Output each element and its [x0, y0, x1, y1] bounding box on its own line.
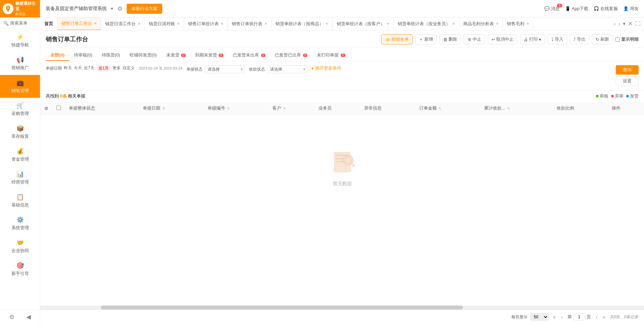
sidebar-search[interactable]: 🔍 搜索菜单 [0, 17, 40, 29]
tab-close-icon[interactable]: ✕ [94, 22, 97, 25]
tab-sales-order-execute[interactable]: 销售订单执行表 ✕ [228, 17, 271, 30]
sidebar-item-system[interactable]: ⚙️ 系统管理 [0, 212, 40, 235]
sidebar-item-finance[interactable]: 💰 资金管理 [0, 144, 40, 166]
sub-tab-not-shipped[interactable]: 未发货 0 [162, 50, 190, 61]
horizontal-scrollbar[interactable] [40, 306, 644, 310]
print-btn[interactable]: 🖨 打印 ▾ [520, 34, 545, 44]
sub-tab-shipped-out[interactable]: 已发货已出库 0 [270, 50, 312, 61]
tab-close-icon[interactable]: ✕ [221, 22, 223, 26]
topbar-settings-icon[interactable]: ⚙ [117, 5, 123, 12]
sub-tab-overdue-not-shipped[interactable]: 到期未发货 0 [190, 50, 228, 61]
sub-tab-all[interactable]: 全部(0) [46, 50, 69, 61]
date-opt-today[interactable]: 今天 [74, 65, 82, 72]
select-all-checkbox[interactable] [56, 106, 61, 110]
staff-col-header[interactable]: 业务员 [314, 102, 360, 115]
sidebar-item-basic[interactable]: 📋 基础信息 [0, 189, 40, 212]
solution-btn[interactable]: 体验行业方案 [127, 4, 162, 14]
tab-scroll-right-icon[interactable]: › [618, 21, 621, 27]
status-col-header[interactable]: 单据整体状态 [65, 102, 139, 115]
amount-col-header[interactable]: 订单金额 ⇅ [415, 102, 480, 115]
tab-close-all-icon[interactable]: ✕ [628, 21, 633, 27]
tab-close-icon[interactable]: ✕ [138, 22, 140, 26]
tab-cash-daily-clear[interactable]: 钱货日清工作台 ✕ [101, 17, 145, 30]
tab-close-icon[interactable]: ✕ [452, 22, 455, 26]
sidebar-item-sales[interactable]: 💼 销售管理 [0, 75, 40, 98]
user-avatar-btn[interactable]: 👤 用友 [623, 6, 639, 12]
page-first-icon[interactable]: « [551, 314, 558, 320]
sidebar-item-purchase[interactable]: 🛒 采购管理 [0, 98, 40, 121]
date-opt-custom[interactable]: 自定义 [123, 65, 135, 72]
tab-close-icon[interactable]: ✕ [177, 22, 180, 26]
tab-close-icon[interactable]: ✕ [526, 22, 529, 26]
date-opt-7days[interactable]: 近7天 [84, 65, 94, 72]
tab-cash-goods-reconcile[interactable]: 钱货日清对账 ✕ [145, 17, 184, 30]
tab-home[interactable]: 首页 [40, 17, 57, 30]
sidebar-item-quick-nav[interactable]: ⚡ 快捷导航 [0, 29, 40, 52]
tab-sales-gross[interactable]: 销售毛利 ✕ [503, 17, 533, 30]
filter-settings-btn[interactable]: 设置 [616, 76, 639, 86]
print-icon: 🖨 [524, 37, 528, 42]
sidebar-item-business[interactable]: 📊 经营管理 [0, 166, 40, 189]
payment-select[interactable]: 请选择 [267, 65, 307, 73]
customer-col-header[interactable]: 客户 ⇅ [268, 102, 314, 115]
date-opt-more[interactable]: 更多 [113, 65, 121, 72]
add-btn[interactable]: ＋ 新增 [415, 34, 437, 44]
page-number-input[interactable] [573, 314, 585, 320]
sub-tab-pending-review[interactable]: 待审核(0) [69, 50, 97, 61]
tab-sales-stats-product[interactable]: 销货单统计表（按商品） ✕ [271, 17, 333, 30]
sub-tab-wangpu-pending[interactable]: 旺铺待发货(0) [125, 50, 162, 61]
cancel-pause-btn[interactable]: ↩ 取消中止 [488, 34, 517, 44]
settings-icon[interactable]: ⚙ [9, 313, 14, 321]
expand-btn[interactable]: ▾ 展开更多条件 [311, 65, 341, 71]
tab-sales-stats-customer[interactable]: 销货单统计表（按客户） ✕ [333, 17, 394, 30]
tab-sales-stats-staff[interactable]: 销货单统计表（按业务员） ✕ [394, 17, 459, 30]
review-action-btn[interactable]: 审核 [596, 93, 608, 99]
scroll-thumb[interactable] [101, 306, 463, 310]
online-service-btn[interactable]: 🎧 在线客服 [594, 6, 618, 12]
page-prev-icon[interactable]: ‹ [559, 314, 565, 320]
tab-close-icon[interactable]: ✕ [264, 22, 267, 26]
sub-tab-pending-inspect[interactable]: 待拣货(0) [97, 50, 125, 61]
sub-tab-shipped-not-out[interactable]: 已发货未出库 0 [228, 50, 270, 61]
tab-product-margin[interactable]: 商品毛利分析表 ✕ [459, 17, 503, 30]
ship-action-btn[interactable]: 发货 [626, 93, 639, 99]
column-settings-icon[interactable]: ⚙ [44, 106, 48, 111]
query-btn[interactable]: 查询 [616, 65, 639, 75]
tab-scroll-left-icon[interactable]: ‹ [613, 21, 616, 27]
anti-review-action-btn[interactable]: 弃审 [611, 93, 624, 99]
status-select-wrap: 请选择 [205, 65, 245, 73]
pause-btn[interactable]: ⏸ 中止 [464, 34, 485, 44]
message-btn[interactable]: 💬 消息 6 [544, 6, 560, 12]
tab-sales-order-workbench[interactable]: 销售订单工作台 ✕ [57, 17, 101, 30]
topbar-dropdown[interactable]: ▾ [111, 6, 113, 11]
received-col-header[interactable]: 累计收款... ⇅ [480, 102, 553, 115]
number-col-header[interactable]: 单据编号 ⇅ [204, 102, 268, 115]
sub-tab-not-printed[interactable]: 未打印单据 0 [312, 50, 350, 61]
date-opt-1month[interactable]: 近1月 [96, 65, 111, 72]
page-last-icon[interactable]: » [601, 314, 607, 320]
app-download-btn[interactable]: 📱 App下载 [565, 6, 588, 12]
show-detail-checkbox-wrap[interactable]: 显示明细 [615, 36, 639, 42]
sidebar-item-inventory[interactable]: 📦 库存核算 [0, 121, 40, 144]
sidebar-item-marketing[interactable]: 📢 营销推广 [0, 52, 40, 75]
date-col-header[interactable]: 单据日期 ⇅ [139, 102, 204, 115]
tab-close-icon[interactable]: ✕ [326, 22, 328, 26]
date-opt-yesterday[interactable]: 昨天 [64, 65, 72, 72]
page-next-icon[interactable]: › [594, 314, 599, 320]
page-size-select[interactable]: 20 50 100 [530, 313, 549, 321]
collapse-icon[interactable]: ◀ [26, 313, 31, 321]
tab-expand-icon[interactable]: ⛶ [635, 21, 641, 27]
refresh-btn[interactable]: ↻ 刷新 [592, 34, 613, 44]
show-detail-checkbox[interactable] [615, 37, 620, 42]
tab-sales-order-stats[interactable]: 销售订单统计表 ✕ [184, 17, 228, 30]
sidebar-item-enterprise[interactable]: 🤝 企业协同 [0, 235, 40, 258]
import-btn[interactable]: ⤵ 导入 [548, 34, 567, 44]
sidebar-item-guide[interactable]: 🎯 新手引导 [0, 258, 40, 281]
status-select[interactable]: 请选择 [205, 65, 245, 73]
delete-btn[interactable]: 🗑 删除 [439, 34, 461, 44]
tab-more-icon[interactable]: ▾ [622, 21, 626, 27]
tab-close-icon[interactable]: ✕ [496, 22, 499, 26]
export-btn[interactable]: ⤴ 导出 [570, 34, 589, 44]
smart-generate-btn[interactable]: ⭐ 智能生单 [381, 34, 413, 44]
tab-close-icon[interactable]: ✕ [387, 22, 389, 26]
